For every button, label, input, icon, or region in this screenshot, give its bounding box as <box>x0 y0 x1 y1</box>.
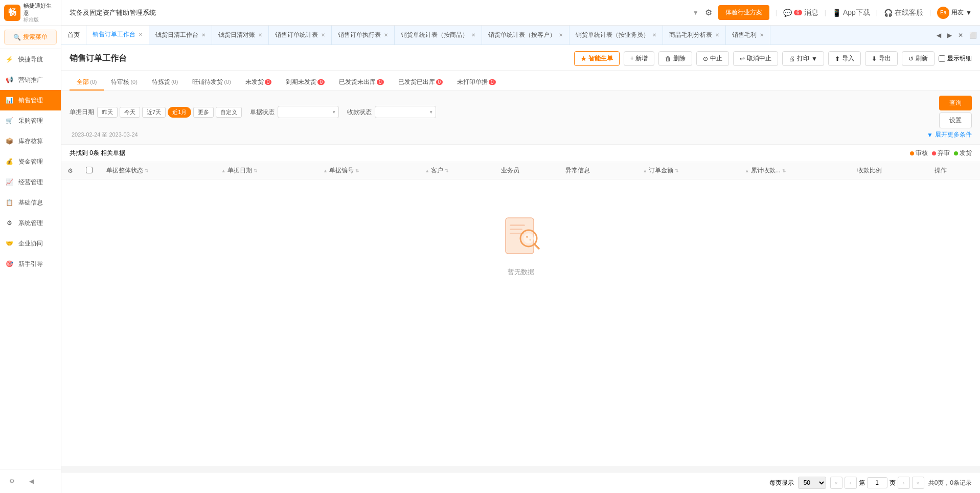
sub-tab-shipped-out[interactable]: 已发货已出库0 <box>391 75 450 91</box>
app-download-button[interactable]: 📱 App下载 <box>832 8 870 17</box>
sidebar-item-marketing[interactable]: 📢 营销推广 <box>0 70 61 90</box>
page-last-button[interactable]: » <box>912 477 924 489</box>
sub-tab-pending-review[interactable]: 待审核(0) <box>104 75 144 91</box>
tab-close-product-margin[interactable]: ✕ <box>715 32 719 38</box>
message-icon-button[interactable]: 💬 6 消息 <box>783 8 818 17</box>
sidebar-item-purchase[interactable]: 🛒 采购管理 <box>0 110 61 131</box>
show-detail-checkbox-label[interactable]: 显示明细 <box>939 54 972 63</box>
tab-home[interactable]: 首页 <box>61 26 86 44</box>
dropdown-arrow-icon[interactable]: ▼ <box>693 9 699 16</box>
column-check[interactable] <box>80 162 100 180</box>
settings-bottom-button[interactable]: ⚙ <box>4 474 19 489</box>
tab-sales-order-exec[interactable]: 销售订单执行表 ✕ <box>332 26 395 44</box>
print-button[interactable]: 🖨 打印 ▼ <box>782 51 824 66</box>
expand-filter-button[interactable]: ▼ 展开更多条件 <box>927 130 972 139</box>
tab-sales-order-stats[interactable]: 销售订单统计表 ✕ <box>269 26 332 44</box>
sidebar-item-enterprise[interactable]: 🤝 企业协同 <box>0 233 61 254</box>
column-number[interactable]: ▲ 单据编号 ⇅ <box>317 162 419 180</box>
tab-close-sales-order-stats[interactable]: ✕ <box>321 32 325 38</box>
column-amount[interactable]: ▲ 订单金额 ⇅ <box>636 162 738 180</box>
sub-tab-wangpu-ship[interactable]: 旺铺待发货(0) <box>185 75 238 91</box>
column-ratio[interactable]: 收款比例 <box>851 162 928 180</box>
sub-tab-pending-pickup[interactable]: 待拣货(0) <box>145 75 185 91</box>
column-date[interactable]: ▲ 单据日期 ⇅ <box>215 162 317 180</box>
filter-today-button[interactable]: 今天 <box>120 107 140 118</box>
column-abnormal[interactable]: 异常信息 <box>559 162 636 180</box>
filter-more-button[interactable]: 更多 <box>193 107 214 118</box>
import-button[interactable]: ⬆ 导入 <box>828 51 861 66</box>
cancel-stop-button[interactable]: ↩ 取消中止 <box>733 51 778 66</box>
page-number-input[interactable] <box>867 477 887 488</box>
tab-cash-reconcile[interactable]: 钱货日清对账 ✕ <box>212 26 269 44</box>
tab-close-sales-order-exec[interactable]: ✕ <box>384 32 388 38</box>
sidebar-item-quick-nav[interactable]: ⚡ 快捷导航 <box>0 49 61 70</box>
tab-close-sales-margin[interactable]: ✕ <box>760 32 764 38</box>
sidebar-item-guide[interactable]: 🎯 新手引导 <box>0 254 61 274</box>
sidebar-item-sales[interactable]: 📊 销售管理 <box>0 90 61 110</box>
tab-sales-stats-product[interactable]: 销货单统计表（按商品） ✕ <box>395 26 482 44</box>
stop-button[interactable]: ⊙ 中止 <box>696 51 729 66</box>
sidebar-item-system[interactable]: ⚙ 系统管理 <box>0 213 61 233</box>
query-button[interactable]: 查询 <box>939 96 972 110</box>
show-detail-checkbox[interactable] <box>939 55 945 62</box>
horizontal-scrollbar[interactable] <box>61 466 980 472</box>
refresh-button[interactable]: ↺ 刷新 <box>902 51 935 66</box>
tab-close-sales-workbench[interactable]: ✕ <box>139 32 143 37</box>
tab-sales-workbench[interactable]: 销售订单工作台 ✕ <box>86 26 149 44</box>
revoke-action-button[interactable]: 弃审 <box>932 149 950 158</box>
filter-setting-button[interactable]: 设置 <box>939 113 972 128</box>
select-all-checkbox[interactable] <box>86 167 93 173</box>
sidebar-item-finance[interactable]: 💰 资金管理 <box>0 151 61 172</box>
settings-icon[interactable]: ⚙ <box>705 8 712 17</box>
column-gear[interactable]: ⚙ <box>61 162 80 180</box>
tab-sales-stats-staff[interactable]: 销货单统计表（按业务员） ✕ <box>569 26 663 44</box>
tab-scroll-right-button[interactable]: ▶ <box>944 32 955 39</box>
sub-tab-not-printed[interactable]: 未打印单据0 <box>450 75 503 91</box>
smart-generate-button[interactable]: ★ 智能生单 <box>574 51 620 66</box>
page-prev-button[interactable]: ‹ <box>845 477 857 489</box>
user-menu-button[interactable]: Ea 用友 ▼ <box>937 7 972 19</box>
tab-close-cash-daily[interactable]: ✕ <box>201 32 206 38</box>
sub-tab-overdue-ship[interactable]: 到期未发货0 <box>279 75 332 91</box>
delete-button[interactable]: 🗑 删除 <box>658 51 692 66</box>
column-staff[interactable]: 业务员 <box>495 162 559 180</box>
sidebar-item-operation[interactable]: 📈 经营管理 <box>0 172 61 192</box>
page-next-button[interactable]: › <box>898 477 910 489</box>
sidebar-item-basic-info[interactable]: 📋 基础信息 <box>0 192 61 213</box>
review-action-button[interactable]: 审核 <box>910 149 928 158</box>
sub-tab-not-shipped[interactable]: 未发货0 <box>238 75 279 91</box>
tab-product-margin[interactable]: 商品毛利分析表 ✕ <box>663 26 726 44</box>
sidebar-item-inventory[interactable]: 📦 库存核算 <box>0 131 61 151</box>
export-button[interactable]: ⬇ 导出 <box>865 51 898 66</box>
online-service-button[interactable]: 🎧 在线客服 <box>884 8 923 17</box>
filter-yesterday-button[interactable]: 昨天 <box>97 107 118 118</box>
new-button[interactable]: + 新增 <box>624 51 654 66</box>
per-page-select[interactable]: 50 100 200 <box>798 477 826 489</box>
tab-close-all-button[interactable]: ✕ <box>955 32 966 39</box>
column-operation[interactable]: 操作 <box>928 162 980 180</box>
collapse-sidebar-button[interactable]: ◀ <box>24 474 39 489</box>
filter-week-button[interactable]: 近7天 <box>142 107 166 118</box>
column-customer[interactable]: ▲ 客户 ⇅ <box>419 162 495 180</box>
ship-action-button[interactable]: 发货 <box>954 149 972 158</box>
status-select[interactable] <box>278 106 339 118</box>
payment-select[interactable] <box>375 106 436 118</box>
tab-close-sales-stats-customer[interactable]: ✕ <box>559 32 563 38</box>
tab-sales-margin[interactable]: 销售毛利 ✕ <box>726 26 770 44</box>
tab-close-cash-reconcile[interactable]: ✕ <box>258 32 262 38</box>
column-received[interactable]: ▲ 累计收款... ⇅ <box>739 162 851 180</box>
industry-solution-button[interactable]: 体验行业方案 <box>718 5 769 20</box>
tab-maximize-button[interactable]: ⬜ <box>966 32 980 39</box>
sub-tab-all[interactable]: 全部(0) <box>70 75 104 91</box>
filter-month-button[interactable]: 近1月 <box>168 107 191 118</box>
tab-close-sales-stats-staff[interactable]: ✕ <box>652 32 656 38</box>
tab-close-sales-stats-product[interactable]: ✕ <box>471 32 475 38</box>
sub-tab-shipped-not-out[interactable]: 已发货未出库0 <box>332 75 391 91</box>
tab-cash-daily[interactable]: 钱货日清工作台 ✕ <box>149 26 212 44</box>
column-status[interactable]: 单据整体状态 ⇅ <box>100 162 215 180</box>
tab-scroll-left-button[interactable]: ◀ <box>933 32 944 39</box>
search-menu-button[interactable]: 🔍 搜索菜单 <box>4 30 57 44</box>
tab-sales-stats-customer[interactable]: 销货单统计表（按客户） ✕ <box>482 26 569 44</box>
page-first-button[interactable]: « <box>830 477 842 489</box>
filter-custom-button[interactable]: 自定义 <box>216 107 242 118</box>
